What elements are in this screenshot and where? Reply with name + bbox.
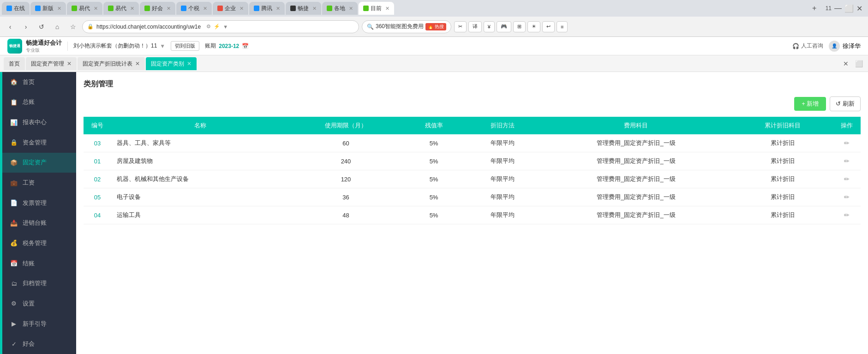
tab-close-icon[interactable]: ✕	[349, 6, 353, 12]
cell-period: 48	[289, 206, 402, 224]
browser-minimize-button[interactable]: —	[834, 4, 842, 12]
cell-name: 房屋及建筑物	[111, 152, 289, 170]
cell-action: ✏	[833, 134, 861, 152]
browser-tab-0[interactable]: 在线	[2, 2, 30, 15]
browser-search-box[interactable]: 🔍 360智能抠图免费用 🔥 热搜	[362, 20, 451, 33]
sidebar-item-进销台账[interactable]: 📥 进销台账	[2, 213, 76, 233]
sidebar-item-报表中心[interactable]: 📊 报表中心	[2, 112, 76, 132]
sidebar-item-归档管理[interactable]: 🗂 归档管理	[2, 273, 76, 294]
browser-tab-10[interactable]: 目前 ✕	[359, 2, 394, 15]
brightness-btn[interactable]: ☀	[527, 21, 540, 32]
edit-button[interactable]: ✏	[844, 175, 850, 183]
browser-tab-4[interactable]: 好会 ✕	[140, 2, 175, 15]
sidebar-item-新手引导[interactable]: ▶ 新手引导	[2, 314, 76, 334]
table-row: 03 器具、工具、家具等 60 5% 年限平均 管理费用_固定资产折旧_一级 累…	[84, 134, 861, 152]
edit-button[interactable]: ✏	[844, 139, 850, 147]
expand-icon[interactable]: ▼	[223, 24, 228, 30]
lightning-icon[interactable]: ⚡	[214, 24, 220, 30]
reload-button[interactable]: ↺	[35, 20, 48, 33]
page-tab-close-icon[interactable]: ✕	[135, 60, 140, 67]
tab-close-icon[interactable]: ✕	[167, 6, 171, 12]
page-tab-close-icon[interactable]: ✕	[67, 60, 72, 67]
game-btn[interactable]: 🎮	[497, 21, 511, 32]
wallet-btn[interactable]: ¥	[484, 21, 495, 32]
cell-code[interactable]: 01	[84, 152, 111, 170]
browser-tab-2[interactable]: 易代 ✕	[67, 2, 102, 15]
tab-close-icon[interactable]: ✕	[276, 6, 280, 12]
browser-tab-5[interactable]: 个税 ✕	[176, 2, 212, 15]
sidebar-item-发票管理[interactable]: 📄 发票管理	[2, 193, 76, 213]
sidebar-item-资金管理[interactable]: 🔒 资金管理	[2, 132, 76, 153]
home-button[interactable]: ⌂	[51, 20, 64, 33]
tab-close-icon[interactable]: ✕	[57, 6, 61, 12]
sidebar-item-好会[interactable]: ✓ 好会	[2, 334, 76, 354]
cell-residual: 5%	[403, 170, 465, 188]
grid-btn[interactable]: ⊞	[513, 21, 526, 32]
switch-version-button[interactable]: 切到旧版	[171, 41, 199, 51]
service-button[interactable]: 🎧 人工咨询	[792, 42, 823, 50]
new-tab-button[interactable]: +	[808, 2, 821, 15]
refresh-button[interactable]: ↺ 刷新	[830, 96, 861, 111]
address-bar-row: ‹ › ↺ ⌂ ☆ 🔒 https://cloud.chanjet.com/ac…	[0, 17, 868, 37]
browser-restore-button[interactable]: ⬜	[844, 4, 854, 13]
tab-close-icon[interactable]: ✕	[94, 6, 98, 12]
sidebar-item-工资[interactable]: 💼 工资	[2, 173, 76, 193]
page-tab-close-icon[interactable]: ✕	[187, 60, 192, 67]
sidebar-item-税务管理[interactable]: 💰 税务管理	[2, 233, 76, 253]
sidebar-item-固定资产[interactable]: 📦 固定资产	[2, 153, 76, 173]
user-account[interactable]: 👤 徐泽华	[829, 41, 861, 52]
back-button[interactable]: ‹	[4, 20, 17, 33]
page-tab-2[interactable]: 固定资产折旧统计表 ✕	[78, 57, 145, 70]
period-label: 账期	[205, 42, 216, 50]
sidebar-item-label: 工资	[23, 179, 35, 187]
browser-tab-9[interactable]: 各地 ✕	[322, 2, 358, 15]
browser-actions: ✂ 译 ¥ 🎮 ⊞ ☀ ↩ ≡	[454, 21, 568, 32]
page-tab-3[interactable]: 固定资产类别 ✕	[146, 57, 197, 70]
maximize-tab-button[interactable]: ⬜	[853, 58, 864, 69]
cell-code[interactable]: 02	[84, 170, 111, 188]
edit-button[interactable]: ✏	[844, 211, 850, 219]
browser-tab-3[interactable]: 易代 ✕	[103, 2, 139, 15]
tab-close-icon[interactable]: ✕	[203, 6, 207, 12]
calendar-icon[interactable]: 📅	[242, 43, 249, 49]
scissors-btn[interactable]: ✂	[454, 21, 467, 32]
hot-label[interactable]: 🔥 热搜	[425, 23, 446, 30]
menu-btn[interactable]: ≡	[557, 21, 568, 32]
browser-close-button[interactable]: ✕	[856, 4, 862, 13]
page-tab-0[interactable]: 首页	[4, 57, 25, 70]
user-dropdown-icon[interactable]: ▼	[160, 43, 165, 49]
page-tab-1[interactable]: 固定资产管理 ✕	[26, 57, 77, 70]
browser-tab-8[interactable]: 畅捷 ✕	[286, 2, 321, 15]
browser-tools[interactable]: ⚙	[206, 24, 211, 30]
browser-tab-7[interactable]: 腾讯 ✕	[249, 2, 285, 15]
close-tab-button[interactable]: ✕	[840, 58, 851, 69]
undo-btn[interactable]: ↩	[542, 21, 555, 32]
sidebar-item-设置[interactable]: ⚙ 设置	[2, 294, 76, 314]
user-info[interactable]: 刘小艳演示帐套（勿删勿动！）11 ▼	[73, 42, 165, 50]
cell-code[interactable]: 04	[84, 206, 111, 224]
forward-button[interactable]: ›	[19, 20, 32, 33]
browser-tab-1[interactable]: 新版 ✕	[30, 2, 66, 15]
sidebar-item-结账[interactable]: 📅 结账	[2, 253, 76, 274]
cell-period: 36	[289, 188, 402, 206]
translate-btn[interactable]: 译	[468, 21, 482, 32]
cell-code[interactable]: 05	[84, 188, 111, 206]
sidebar-item-总账[interactable]: 📋 总账	[2, 92, 76, 113]
cell-period: 60	[289, 134, 402, 152]
tab-close-icon[interactable]: ✕	[239, 6, 244, 12]
address-bar[interactable]: 🔒 https://cloud.chanjet.com/accounting/u…	[82, 20, 359, 33]
star-button[interactable]: ☆	[66, 20, 79, 33]
tab-close-icon[interactable]: ✕	[130, 6, 134, 12]
logo-edition: 专业版	[26, 47, 62, 54]
edit-button[interactable]: ✏	[844, 193, 850, 201]
edit-button[interactable]: ✏	[844, 157, 850, 165]
browser-tab-6[interactable]: 企业 ✕	[213, 2, 248, 15]
add-button[interactable]: + 新增	[794, 97, 826, 111]
sidebar-icon-12: ▶	[10, 320, 18, 328]
cell-expense-subject: 管理费用_固定资产折旧_一级	[540, 152, 732, 170]
tab-close-icon[interactable]: ✕	[312, 6, 317, 12]
cell-code[interactable]: 03	[84, 134, 111, 152]
sidebar-item-首页[interactable]: 🏠 首页	[2, 72, 76, 92]
sidebar-item-label: 税务管理	[23, 239, 47, 247]
tab-close-icon[interactable]: ✕	[385, 6, 389, 12]
